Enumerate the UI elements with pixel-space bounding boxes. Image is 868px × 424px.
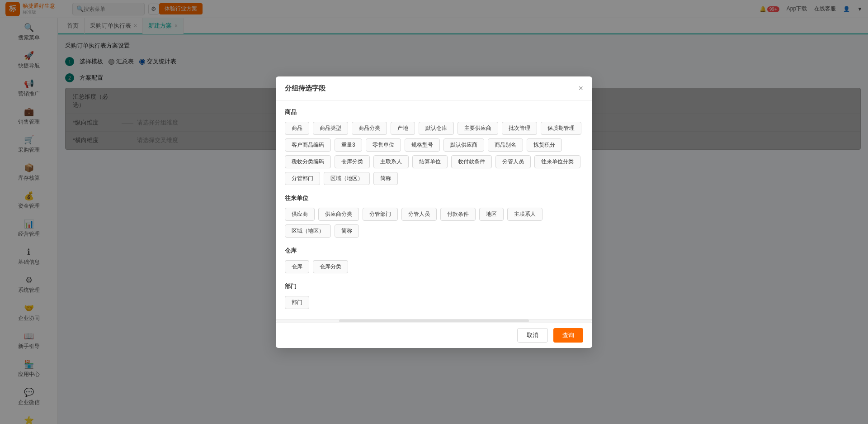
field-tag-0-12[interactable]: 默认供应商 [443,138,484,152]
field-group-title-1: 往来单位 [285,194,583,202]
cancel-button[interactable]: 取消 [517,328,548,343]
field-tag-1-3[interactable]: 分管人员 [401,208,437,221]
field-tag-1-6[interactable]: 主联系人 [507,208,542,221]
modal-overlay: 分组待选字段 × 商品商品商品类型商品分类产地默认仓库主要供应商批次管理保质期管… [0,0,868,424]
field-tag-0-24[interactable]: 简称 [373,172,398,185]
field-group-title-0: 商品 [285,108,583,116]
field-tag-1-5[interactable]: 地区 [479,208,504,221]
field-tag-0-16[interactable]: 仓库分类 [335,155,370,168]
field-tag-1-1[interactable]: 供应商分类 [318,208,359,221]
field-tag-0-5[interactable]: 主要供应商 [458,122,498,135]
field-tag-0-10[interactable]: 零售单位 [366,138,401,152]
field-tag-0-14[interactable]: 拣货积分 [527,138,562,152]
field-tags-3: 部门 [285,296,583,309]
field-tag-0-6[interactable]: 批次管理 [502,122,537,135]
field-group-0: 商品商品商品类型商品分类产地默认仓库主要供应商批次管理保质期管理客户商品编码重量… [285,108,583,185]
field-group-2: 仓库仓库仓库分类 [285,247,583,273]
modal-header: 分组待选字段 × [276,76,592,101]
field-tag-1-4[interactable]: 付款条件 [440,208,476,221]
field-group-1: 往来单位供应商供应商分类分管部门分管人员付款条件地区主联系人区域（地区）简称 [285,194,583,238]
modal-footer: 取消 查询 [276,322,592,348]
field-tag-0-13[interactable]: 商品别名 [488,138,523,152]
modal-scrollbar-track [339,319,529,322]
field-tag-0-20[interactable]: 分管人员 [495,155,531,168]
field-group-title-3: 部门 [285,282,583,291]
field-tag-0-3[interactable]: 产地 [391,122,415,135]
field-tags-2: 仓库仓库分类 [285,260,583,273]
modal-body: 商品商品商品类型商品分类产地默认仓库主要供应商批次管理保质期管理客户商品编码重量… [276,101,592,319]
field-tag-0-7[interactable]: 保质期管理 [541,122,581,135]
field-tag-0-18[interactable]: 结算单位 [412,155,448,168]
field-tag-1-0[interactable]: 供应商 [285,208,315,221]
field-tag-0-1[interactable]: 商品类型 [313,122,348,135]
modal: 分组待选字段 × 商品商品商品类型商品分类产地默认仓库主要供应商批次管理保质期管… [276,76,592,348]
field-tag-1-2[interactable]: 分管部门 [363,208,398,221]
field-tag-2-0[interactable]: 仓库 [285,260,309,273]
field-tag-0-17[interactable]: 主联系人 [373,155,409,168]
confirm-button[interactable]: 查询 [553,328,583,343]
field-tag-0-19[interactable]: 收付款条件 [451,155,492,168]
field-group-title-2: 仓库 [285,247,583,255]
modal-scrollbar[interactable] [276,319,592,322]
field-tag-0-4[interactable]: 默认仓库 [419,122,454,135]
field-tag-0-22[interactable]: 分管部门 [285,172,320,185]
field-tag-0-2[interactable]: 商品分类 [352,122,387,135]
modal-title: 分组待选字段 [285,84,326,93]
field-tag-1-7[interactable]: 区域（地区） [285,224,331,238]
field-group-3: 部门部门 [285,282,583,309]
field-tags-1: 供应商供应商分类分管部门分管人员付款条件地区主联系人区域（地区）简称 [285,208,583,238]
modal-close-button[interactable]: × [578,84,583,93]
field-tag-0-15[interactable]: 税收分类编码 [285,155,331,168]
field-tag-0-8[interactable]: 客户商品编码 [285,138,331,152]
field-tag-0-0[interactable]: 商品 [285,122,309,135]
field-tags-0: 商品商品类型商品分类产地默认仓库主要供应商批次管理保质期管理客户商品编码重量3零… [285,122,583,185]
field-tag-3-0[interactable]: 部门 [285,296,309,309]
field-tag-2-1[interactable]: 仓库分类 [313,260,348,273]
field-tag-0-11[interactable]: 规格型号 [405,138,440,152]
field-tag-0-21[interactable]: 往来单位分类 [534,155,580,168]
field-tag-1-8[interactable]: 简称 [335,224,359,238]
field-tag-0-9[interactable]: 重量3 [335,138,362,152]
field-tag-0-23[interactable]: 区域（地区） [324,172,370,185]
